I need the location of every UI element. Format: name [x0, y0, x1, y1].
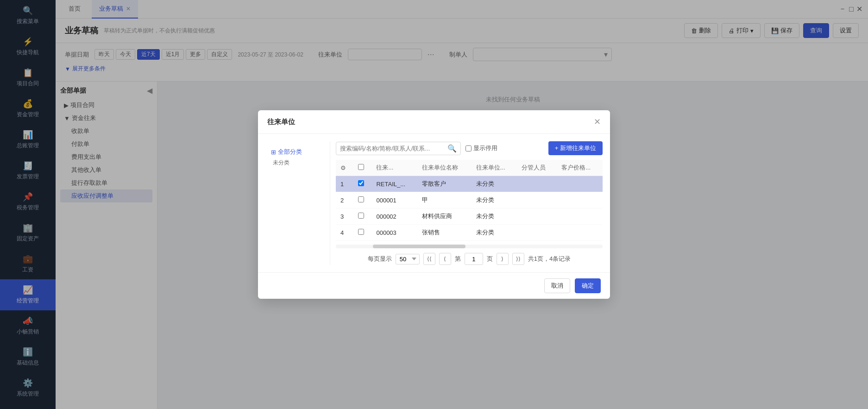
modal-overlay[interactable]: 往来单位 ✕ ⊞ 全部分类 未分类	[0, 0, 868, 409]
per-page-label: 每页显示	[368, 255, 392, 263]
modal-category-panel: ⊞ 全部分类 未分类	[265, 141, 330, 265]
first-page-button[interactable]: ⟨⟨	[423, 253, 435, 265]
page-word: 第	[455, 255, 461, 263]
row-price	[557, 225, 603, 241]
col-manager: 分管人员	[517, 160, 557, 176]
row-price	[557, 176, 603, 192]
select-all-checkbox[interactable]	[358, 164, 364, 170]
modal-footer: 取消 确定	[258, 272, 610, 299]
table-row[interactable]: 1 RETAIL_... 零散客户 未分类	[336, 176, 603, 192]
prev-page-button[interactable]: ⟨	[439, 253, 451, 265]
row-name: 材料供应商	[417, 208, 472, 225]
row-category: 未分类	[472, 176, 517, 192]
partner-modal: 往来单位 ✕ ⊞ 全部分类 未分类	[258, 110, 610, 299]
pagination: 每页显示 50 100 200 ⟨⟨ ⟨ 第 页 ⟩ ⟩⟩ 共1页，4	[336, 248, 603, 265]
next-page-button[interactable]: ⟩	[497, 253, 509, 265]
row-num: 4	[336, 225, 353, 241]
row-category: 未分类	[472, 208, 517, 225]
row-num: 3	[336, 208, 353, 225]
table-row[interactable]: 4 000003 张销售 未分类	[336, 225, 603, 241]
confirm-button[interactable]: 确定	[575, 278, 601, 293]
col-price-level: 客户价格...	[557, 160, 603, 176]
row-code: 000002	[371, 208, 417, 225]
row-checkbox[interactable]	[353, 208, 371, 225]
row-name: 张销售	[417, 225, 472, 241]
table-row[interactable]: 3 000002 材料供应商 未分类	[336, 208, 603, 225]
row-category: 未分类	[472, 192, 517, 208]
add-partner-button[interactable]: + 新增往来单位	[548, 141, 603, 155]
table-row[interactable]: 2 000001 甲 未分类	[336, 192, 603, 208]
row-manager	[517, 208, 557, 225]
show-disabled-checkbox[interactable]	[465, 145, 472, 151]
show-disabled-checkbox-label[interactable]: 显示停用	[465, 144, 497, 152]
total-info: 共1页，4条记录	[528, 255, 571, 263]
category-all[interactable]: ⊞ 全部分类	[265, 145, 330, 159]
row-category: 未分类	[472, 225, 517, 241]
category-uncategorized[interactable]: 未分类	[265, 159, 330, 167]
row-code: RETAIL_...	[371, 176, 417, 192]
page-suffix: 页	[487, 255, 493, 263]
col-category: 往来单位...	[472, 160, 517, 176]
row-manager	[517, 225, 557, 241]
modal-close-button[interactable]: ✕	[594, 117, 601, 127]
row-name: 甲	[417, 192, 472, 208]
row-checkbox[interactable]	[353, 192, 371, 208]
modal-right-panel: 🔍 显示停用 + 新增往来单位	[330, 141, 603, 265]
row-checkbox[interactable]	[353, 176, 371, 192]
row-code: 000003	[371, 225, 417, 241]
col-name: 往来单位名称	[417, 160, 472, 176]
table-header-row: ⚙ 往来... 往来单位名称 往来单位... 分管人员 客户价格...	[336, 160, 603, 176]
row-price	[557, 208, 603, 225]
col-settings: ⚙	[336, 160, 353, 176]
per-page-select[interactable]: 50 100 200	[396, 254, 420, 264]
row-name: 零散客户	[417, 176, 472, 192]
modal-search-bar: 🔍 显示停用 + 新增往来单位	[336, 141, 603, 155]
col-code: 往来...	[371, 160, 417, 176]
partner-table: ⚙ 往来... 往来单位名称 往来单位... 分管人员 客户价格...	[336, 160, 603, 241]
last-page-button[interactable]: ⟩⟩	[512, 253, 524, 265]
search-icon: 🔍	[447, 144, 457, 153]
partner-search-input[interactable]	[340, 145, 447, 152]
row-manager	[517, 176, 557, 192]
cancel-button[interactable]: 取消	[544, 278, 570, 293]
row-price	[557, 192, 603, 208]
modal-header: 往来单位 ✕	[258, 110, 610, 134]
table-scrollbar[interactable]	[336, 245, 603, 248]
row-checkbox[interactable]	[353, 225, 371, 241]
modal-content: ⊞ 全部分类 未分类 🔍	[265, 141, 603, 265]
row-manager	[517, 192, 557, 208]
row-num: 2	[336, 192, 353, 208]
row-num: 1	[336, 176, 353, 192]
col-checkbox	[353, 160, 371, 176]
modal-title: 往来单位	[267, 118, 295, 126]
modal-body: ⊞ 全部分类 未分类 🔍	[258, 134, 610, 272]
page-number-input[interactable]	[465, 253, 483, 265]
category-grid-icon: ⊞	[271, 149, 276, 156]
row-code: 000001	[371, 192, 417, 208]
